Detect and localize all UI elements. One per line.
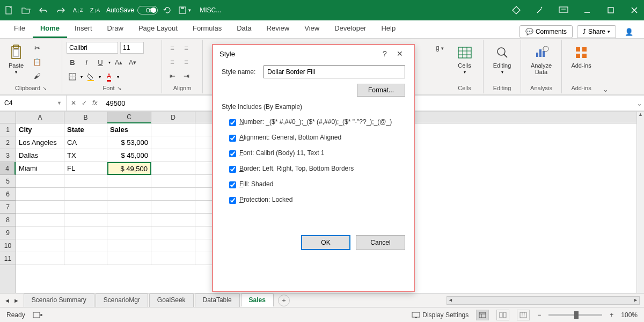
cell[interactable]: Los Angeles xyxy=(16,136,64,149)
align-center-icon[interactable]: ≡ xyxy=(180,56,192,68)
toggle-switch-icon[interactable] xyxy=(137,6,158,14)
column-header[interactable]: C xyxy=(107,112,151,123)
cell[interactable] xyxy=(107,188,151,201)
sheet-tab-goalseek[interactable]: GoalSeek xyxy=(149,294,194,307)
cancel-edit-icon[interactable]: ✕ xyxy=(71,99,76,107)
paste-button[interactable]: Paste ▾ xyxy=(4,42,28,77)
row-header[interactable]: 9 xyxy=(0,226,16,239)
cell[interactable] xyxy=(16,252,64,265)
cell[interactable] xyxy=(64,239,107,252)
cell[interactable] xyxy=(151,252,195,265)
help-icon[interactable]: ? xyxy=(377,49,392,58)
tab-view[interactable]: View xyxy=(297,20,327,38)
cell[interactable]: FL xyxy=(64,162,107,175)
cell[interactable]: Sales xyxy=(107,123,151,136)
editing-button[interactable]: Editing ▾ xyxy=(490,42,515,77)
comments-button[interactable]: 💬 Comments xyxy=(519,25,573,38)
close-icon[interactable]: ✕ xyxy=(392,49,407,58)
collapse-ribbon-icon[interactable]: ⌄ xyxy=(601,40,610,93)
expand-formula-icon[interactable]: ⌄ xyxy=(634,96,644,111)
checkbox[interactable] xyxy=(229,135,236,142)
checkbox[interactable] xyxy=(229,119,236,126)
tab-draw[interactable]: Draw xyxy=(100,20,131,38)
copy-icon[interactable]: 📋 xyxy=(31,56,43,68)
increase-font-icon[interactable]: A▴ xyxy=(113,56,125,68)
maximize-icon[interactable] xyxy=(605,5,616,16)
view-normal-icon[interactable] xyxy=(476,310,489,320)
fill-color-icon[interactable] xyxy=(85,71,97,83)
decrease-indent-icon[interactable]: ⇤ xyxy=(166,70,178,82)
cell[interactable] xyxy=(64,175,107,188)
align-middle-icon[interactable]: ≡ xyxy=(180,42,192,54)
minimize-icon[interactable] xyxy=(582,5,592,16)
cell[interactable]: Dallas xyxy=(16,149,64,162)
cell[interactable] xyxy=(64,226,107,239)
column-header[interactable]: D xyxy=(151,112,195,123)
add-sheet-button[interactable]: + xyxy=(278,295,290,306)
cell[interactable] xyxy=(16,188,64,201)
column-header[interactable]: B xyxy=(64,112,107,123)
cell[interactable] xyxy=(16,214,64,226)
cell[interactable] xyxy=(64,201,107,214)
tab-formulas[interactable]: Formulas xyxy=(185,20,229,38)
tab-developer[interactable]: Developer xyxy=(327,20,374,38)
bold-icon[interactable]: B xyxy=(67,56,78,68)
cell[interactable] xyxy=(151,239,195,252)
row-header[interactable]: 1 xyxy=(0,123,16,136)
sheet-tab-scenariomgr[interactable]: ScenarioMgr xyxy=(96,294,148,307)
underline-icon[interactable]: U xyxy=(94,56,106,68)
sheet-tab-scenario-summary[interactable]: Scenario Summary xyxy=(24,294,94,307)
tab-home[interactable]: Home xyxy=(33,20,67,38)
italic-icon[interactable]: I xyxy=(80,56,92,68)
align-left-icon[interactable]: ≡ xyxy=(166,56,178,68)
decrease-font-icon[interactable]: A▾ xyxy=(127,56,138,68)
checkbox[interactable] xyxy=(229,197,236,204)
style-name-input[interactable] xyxy=(264,65,405,78)
tab-review[interactable]: Review xyxy=(259,20,297,38)
cell[interactable] xyxy=(64,252,107,265)
cell[interactable] xyxy=(151,226,195,239)
cell[interactable] xyxy=(151,149,195,162)
new-file-icon[interactable] xyxy=(4,5,14,15)
cell[interactable] xyxy=(107,201,151,214)
tab-help[interactable]: Help xyxy=(374,20,403,38)
row-header[interactable]: 7 xyxy=(0,201,16,214)
view-page-break-icon[interactable] xyxy=(517,310,530,320)
analyze-data-button[interactable]: Analyze Data xyxy=(528,42,555,77)
horizontal-scrollbar[interactable] xyxy=(447,296,640,305)
cell[interactable]: $ 49,500 xyxy=(107,162,151,175)
zoom-in-icon[interactable]: + xyxy=(610,311,613,319)
chevron-down-icon[interactable]: ▼ xyxy=(57,100,62,106)
cell[interactable]: Miami xyxy=(16,162,64,175)
addins-button[interactable]: Add-ins xyxy=(568,42,594,71)
sort-desc-icon[interactable]: Z↓A xyxy=(90,5,100,15)
cell[interactable]: CA xyxy=(64,136,107,149)
macro-record-icon[interactable] xyxy=(33,311,42,319)
cell[interactable]: $ 45,000 xyxy=(107,149,151,162)
tab-data[interactable]: Data xyxy=(229,20,259,38)
cell[interactable] xyxy=(64,214,107,226)
cell[interactable] xyxy=(151,175,195,188)
cut-icon[interactable]: ✂ xyxy=(31,42,43,54)
diamond-icon[interactable] xyxy=(511,5,522,16)
checkbox[interactable] xyxy=(229,150,236,157)
cell[interactable] xyxy=(16,226,64,239)
cell[interactable]: $ 53,000 xyxy=(107,136,151,149)
close-icon[interactable] xyxy=(629,5,640,16)
zoom-out-icon[interactable]: − xyxy=(537,311,541,319)
cell[interactable] xyxy=(151,214,195,226)
row-header[interactable]: 4 xyxy=(0,162,16,175)
person-icon[interactable]: 👤 xyxy=(620,26,638,38)
open-file-icon[interactable] xyxy=(21,5,31,15)
cells-button[interactable]: Cells ▾ xyxy=(453,42,477,77)
launcher-icon[interactable]: ↘ xyxy=(42,85,47,91)
row-header[interactable]: 2 xyxy=(0,136,16,149)
sheet-tab-sales[interactable]: Sales xyxy=(241,294,274,307)
column-header[interactable]: A xyxy=(16,112,64,123)
cell[interactable] xyxy=(107,239,151,252)
font-color-icon[interactable]: A xyxy=(103,71,115,83)
display-settings-button[interactable]: Display Settings xyxy=(412,311,469,319)
row-header[interactable]: 8 xyxy=(0,214,16,226)
row-header[interactable]: 10 xyxy=(0,239,16,252)
cancel-button[interactable]: Cancel xyxy=(356,235,405,250)
